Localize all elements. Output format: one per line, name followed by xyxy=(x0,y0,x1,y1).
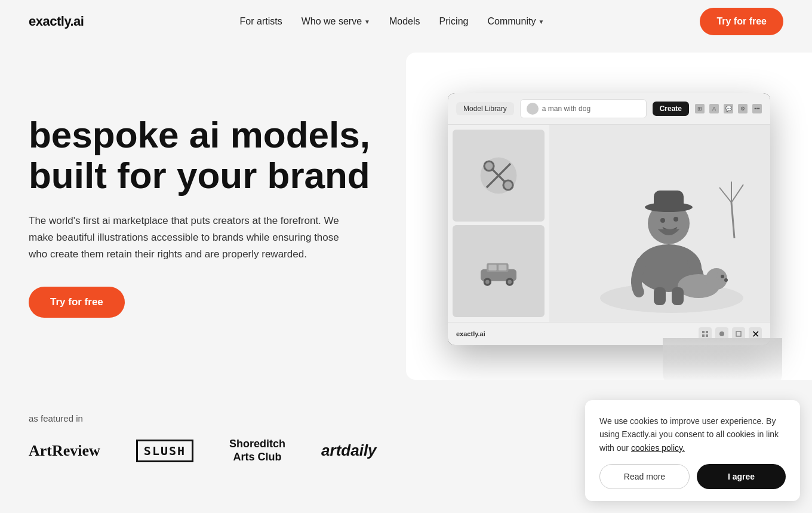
svg-rect-12 xyxy=(499,265,506,270)
svg-point-28 xyxy=(724,278,728,282)
app-search-avatar xyxy=(527,103,539,115)
chevron-down-icon: ▼ xyxy=(538,19,544,25)
hero-title: bespoke ai models, built for your brand xyxy=(29,115,375,196)
navbar: exactly.ai For artists Who we serve ▼ Mo… xyxy=(0,0,812,43)
app-main-illustration xyxy=(549,125,770,322)
app-more-icon[interactable]: ••• xyxy=(752,104,762,113)
app-create-button[interactable]: Create xyxy=(653,102,689,116)
app-text-icon[interactable]: A xyxy=(709,104,719,113)
featured-logo-shoreditch: ShoreditchArts Club xyxy=(229,438,285,463)
cookie-banner: We use cookies to improve user experienc… xyxy=(585,400,800,501)
svg-point-3 xyxy=(484,161,494,171)
app-mockup: Model Library a man with dog Create ⊞ A … xyxy=(448,93,770,345)
thumbnail-car[interactable] xyxy=(453,225,545,317)
nav-item-community[interactable]: Community ▼ xyxy=(487,16,544,27)
nav-item-artists[interactable]: For artists xyxy=(240,16,282,27)
featured-logo-artdaily: artdaily xyxy=(321,441,377,460)
hero-visual: Model Library a man with dog Create ⊞ A … xyxy=(406,53,812,380)
nav-link-models[interactable]: Models xyxy=(389,16,420,26)
svg-rect-30 xyxy=(672,287,684,305)
nav-links: For artists Who we serve ▼ Models Pricin… xyxy=(240,16,545,27)
app-grid-icon[interactable]: ⊞ xyxy=(695,104,705,113)
chevron-down-icon: ▼ xyxy=(364,19,370,25)
svg-rect-36 xyxy=(736,331,741,336)
app-footer-logo: exactly.ai xyxy=(456,330,485,337)
nav-link-artists[interactable]: For artists xyxy=(240,16,282,26)
svg-point-27 xyxy=(721,275,724,278)
svg-point-23 xyxy=(673,217,678,222)
svg-rect-31 xyxy=(702,331,705,333)
hero-try-free-button[interactable]: Try for free xyxy=(29,287,125,318)
svg-point-4 xyxy=(503,180,513,190)
site-logo[interactable]: exactly.ai xyxy=(29,14,84,29)
nav-link-community[interactable]: Community ▼ xyxy=(487,16,544,27)
featured-logo-artreview: ArtReview xyxy=(29,442,100,460)
man-with-dog-svg xyxy=(561,131,758,316)
hero-description: The world's first ai marketplace that pu… xyxy=(29,213,351,263)
svg-rect-21 xyxy=(654,191,684,210)
app-search-text: a man with dog xyxy=(542,105,590,113)
hero-content: bespoke ai models, built for your brand … xyxy=(0,43,406,389)
app-toolbar-icons: ⊞ A 💬 ⚙ ••• xyxy=(695,104,762,113)
scissors-svg xyxy=(475,152,522,199)
hero-section: bespoke ai models, built for your brand … xyxy=(0,43,812,389)
cookie-text: We use cookies to improve user experienc… xyxy=(599,414,786,454)
svg-rect-33 xyxy=(702,334,705,337)
app-body xyxy=(448,125,770,322)
app-search-bar[interactable]: a man with dog xyxy=(520,99,647,118)
featured-logo-slush: SLUSH xyxy=(136,440,193,462)
svg-rect-32 xyxy=(706,331,708,333)
app-settings-icon[interactable]: ⚙ xyxy=(738,104,748,113)
cookie-agree-button[interactable]: I agree xyxy=(697,464,786,489)
svg-rect-29 xyxy=(654,287,666,305)
svg-point-10 xyxy=(508,280,512,284)
svg-line-14 xyxy=(731,202,734,238)
app-chat-icon[interactable]: 💬 xyxy=(724,104,733,113)
svg-line-15 xyxy=(719,188,731,202)
nav-item-who-we-serve[interactable]: Who we serve ▼ xyxy=(302,16,370,27)
car-svg xyxy=(475,253,522,289)
cookie-read-more-button[interactable]: Read more xyxy=(599,464,690,489)
cookie-policy-link[interactable]: cookies policy. xyxy=(631,443,685,453)
svg-point-22 xyxy=(660,218,665,223)
monitor-stand xyxy=(663,338,782,380)
svg-point-35 xyxy=(719,331,724,336)
svg-line-16 xyxy=(731,185,743,202)
thumbnail-scissors[interactable] xyxy=(453,130,545,222)
nav-item-models[interactable]: Models xyxy=(389,16,420,27)
app-topbar: Model Library a man with dog Create ⊞ A … xyxy=(448,93,770,125)
svg-point-8 xyxy=(485,280,490,284)
nav-item-pricing[interactable]: Pricing xyxy=(439,16,469,27)
cookie-actions: Read more I agree xyxy=(599,464,786,489)
nav-link-pricing[interactable]: Pricing xyxy=(439,16,469,26)
nav-link-who-we-serve[interactable]: Who we serve ▼ xyxy=(302,16,370,27)
nav-try-free-button[interactable]: Try for free xyxy=(700,8,783,35)
svg-rect-11 xyxy=(488,265,496,270)
app-thumbnails xyxy=(448,125,549,322)
svg-rect-34 xyxy=(706,334,708,337)
app-library-label: Model Library xyxy=(456,102,514,115)
